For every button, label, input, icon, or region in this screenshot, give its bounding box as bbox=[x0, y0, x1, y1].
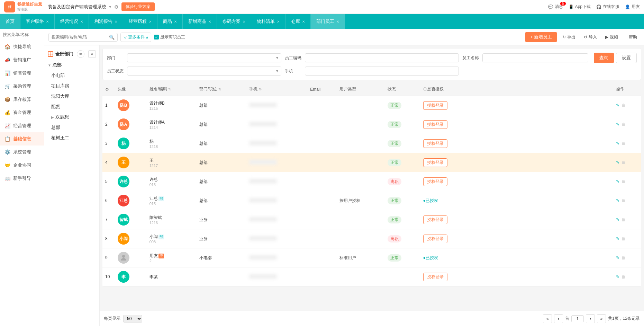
dept-item-project[interactable]: 项目库房 bbox=[44, 81, 99, 91]
sidebar-item-finance[interactable]: 💰 资金管理 bbox=[0, 106, 44, 119]
query-button[interactable]: 查询 bbox=[594, 53, 614, 63]
delete-button[interactable]: 🗑 bbox=[622, 198, 626, 203]
service-item[interactable]: 🎧 在线客服 bbox=[596, 4, 619, 10]
search-box[interactable]: 🔍 bbox=[48, 33, 118, 42]
last-page-btn[interactable]: » bbox=[597, 314, 606, 323]
edit-button[interactable]: ✎ bbox=[616, 141, 619, 146]
tab-goods[interactable]: 商品✕ bbox=[157, 14, 183, 29]
tab-operation-close[interactable]: ✕ bbox=[80, 20, 83, 24]
sidebar-item-sales[interactable]: 📊 销售管理 bbox=[0, 67, 44, 80]
settings-icon[interactable]: ⚙ bbox=[114, 4, 119, 10]
edit-button[interactable]: ✎ bbox=[616, 198, 619, 203]
tab-home[interactable]: 首页 bbox=[0, 14, 20, 29]
th-dept-position[interactable]: 部门/职位 ⇅ bbox=[197, 83, 246, 96]
dept-filter-select[interactable]: ▾ bbox=[127, 53, 281, 62]
th-name-code[interactable]: 姓名/编码 ⇅ bbox=[147, 83, 197, 96]
show-resigned-toggle[interactable]: ✓ 显示离职员工 bbox=[154, 34, 185, 40]
delete-button[interactable]: 🗑 bbox=[622, 103, 626, 108]
sidebar-item-system[interactable]: ⚙️ 系统管理 bbox=[0, 146, 44, 159]
edit-button[interactable]: ✎ bbox=[616, 236, 619, 241]
delete-button[interactable]: 🗑 bbox=[622, 236, 626, 241]
import-btn[interactable]: ↺ 导入 bbox=[581, 33, 600, 42]
page-input[interactable] bbox=[571, 315, 584, 322]
delete-button[interactable]: 🗑 bbox=[622, 217, 626, 222]
message-item[interactable]: 💬 5 消息 bbox=[548, 4, 563, 10]
resigned-checkbox[interactable]: ✓ bbox=[154, 35, 159, 39]
auth-login-button[interactable]: 授权登录 bbox=[423, 139, 447, 148]
auth-login-button[interactable]: 授权登录 bbox=[423, 158, 447, 167]
sidebar-search-input[interactable] bbox=[3, 32, 44, 37]
tab-add-goods-close[interactable]: ✕ bbox=[208, 20, 211, 24]
edit-button[interactable]: ✎ bbox=[616, 255, 619, 260]
tab-barcode-close[interactable]: ✕ bbox=[243, 20, 245, 24]
user-item[interactable]: 👤 用友 bbox=[625, 4, 640, 10]
dept-item-xiaodian[interactable]: 小电部 bbox=[44, 70, 99, 81]
prev-page-btn[interactable]: ‹ bbox=[554, 314, 563, 323]
th-settings[interactable]: ⚙ bbox=[102, 83, 115, 96]
first-page-btn[interactable]: « bbox=[543, 314, 552, 323]
dept-item-zongbu[interactable]: 总部 bbox=[44, 122, 99, 133]
tab-bom-close[interactable]: ✕ bbox=[277, 20, 280, 24]
delete-button[interactable]: 🗑 bbox=[622, 274, 626, 279]
view-btn[interactable]: ▶ 视频 bbox=[602, 33, 621, 42]
app-download-item[interactable]: 📱 App下载 bbox=[569, 4, 591, 10]
auth-login-button[interactable]: 授权登录 bbox=[423, 101, 447, 110]
more-filter-btn[interactable]: ▽ 更多条件 ▴ bbox=[120, 33, 151, 42]
edit-button[interactable]: ✎ bbox=[616, 179, 619, 184]
sidebar-item-purchase[interactable]: 🛒 采购管理 bbox=[0, 80, 44, 93]
tab-warehouse-close[interactable]: ✕ bbox=[302, 20, 305, 24]
auth-login-button[interactable]: 授权登录 bbox=[423, 177, 447, 186]
sidebar-item-basic[interactable]: 📋 基础信息 bbox=[0, 132, 44, 146]
delete-button[interactable]: 🗑 bbox=[622, 255, 626, 260]
next-page-btn[interactable]: › bbox=[586, 314, 595, 323]
add-employee-button[interactable]: + 新增员工 bbox=[525, 32, 557, 42]
sidebar-item-navigation[interactable]: 🏠 快捷导航 bbox=[0, 40, 44, 53]
auth-login-button[interactable]: 授权登录 bbox=[423, 120, 447, 129]
tab-profit[interactable]: 利润报告✕ bbox=[89, 14, 123, 29]
sidebar-item-collab[interactable]: 🤝 企业协同 bbox=[0, 159, 44, 172]
dept-item-shuanglu[interactable]: ▶ 双鹿想 bbox=[44, 112, 99, 122]
tab-history-close[interactable]: ✕ bbox=[149, 20, 152, 24]
delete-button[interactable]: 🗑 bbox=[622, 122, 626, 127]
edit-button[interactable]: ✎ bbox=[616, 274, 619, 279]
tab-customer-close[interactable]: ✕ bbox=[46, 20, 49, 24]
empcode-filter-input[interactable] bbox=[305, 53, 459, 62]
help-btn[interactable]: | 帮助 bbox=[624, 33, 640, 42]
tab-warehouse[interactable]: 仓库✕ bbox=[285, 14, 311, 29]
tab-goods-close[interactable]: ✕ bbox=[174, 20, 177, 24]
dept-item-shenyang[interactable]: 沈阳大库 bbox=[44, 91, 99, 102]
edit-button[interactable]: ✎ bbox=[616, 103, 619, 108]
sidebar-item-marketing[interactable]: 📣 营销推广 bbox=[0, 53, 44, 67]
set-button[interactable]: 设置 bbox=[616, 53, 637, 63]
delete-button[interactable]: 🗑 bbox=[622, 141, 626, 146]
dept-item-distribution[interactable]: 配货 bbox=[44, 102, 99, 112]
dropdown-arrow-icon[interactable]: ▾ bbox=[109, 4, 111, 9]
tab-profit-close[interactable]: ✕ bbox=[115, 20, 117, 24]
trial-button[interactable]: 体验行业方案 bbox=[121, 2, 155, 11]
per-page-select[interactable]: 50 100 bbox=[123, 315, 142, 323]
dept-item-zhishu[interactable]: 植树王二 bbox=[44, 133, 99, 143]
tab-operation[interactable]: 经营情况✕ bbox=[55, 14, 89, 29]
edit-button[interactable]: ✎ bbox=[616, 122, 619, 127]
tab-bom[interactable]: 物料清单✕ bbox=[251, 14, 285, 29]
tab-dept-staff-close[interactable]: ✕ bbox=[336, 20, 339, 24]
tab-history[interactable]: 经营历程✕ bbox=[123, 14, 157, 29]
edit-button[interactable]: ✎ bbox=[616, 217, 619, 222]
sidebar-item-inventory[interactable]: 📦 库存核算 bbox=[0, 93, 44, 106]
auth-login-button[interactable]: 授权登录 bbox=[423, 273, 447, 281]
th-phone[interactable]: 手机 ⇅ bbox=[246, 83, 307, 96]
dept-edit-icon[interactable]: ✏ bbox=[77, 50, 84, 58]
search-input[interactable] bbox=[52, 35, 107, 39]
sidebar-search-box[interactable]: 🔍 bbox=[0, 29, 44, 40]
tab-customer[interactable]: 客户联络✕ bbox=[20, 14, 55, 29]
auth-login-button[interactable]: 授权登录 bbox=[423, 215, 447, 224]
export-btn[interactable]: ↻ 导出 bbox=[560, 33, 578, 42]
tab-add-goods[interactable]: 新增商品✕ bbox=[183, 14, 217, 29]
delete-button[interactable]: 🗑 bbox=[622, 179, 626, 184]
edit-button[interactable]: ✎ bbox=[616, 160, 619, 165]
delete-button[interactable]: 🗑 bbox=[622, 160, 626, 165]
empstatus-filter-select[interactable]: ▾ bbox=[127, 67, 281, 76]
dept-tree-collapse-btn[interactable]: « bbox=[88, 50, 96, 58]
empname-filter-input[interactable] bbox=[482, 53, 588, 62]
sidebar-item-guide[interactable]: 📖 新手引导 bbox=[0, 172, 44, 185]
